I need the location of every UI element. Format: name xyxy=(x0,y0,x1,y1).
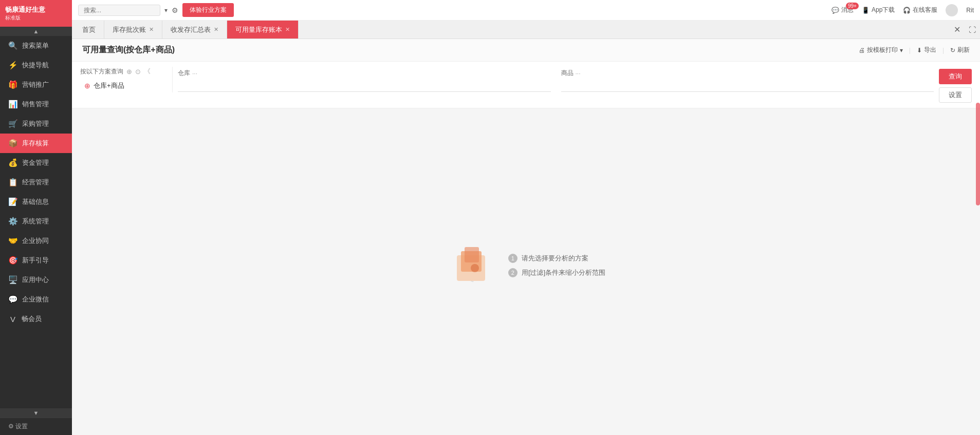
sidebar-label-6: 资金管理 xyxy=(22,158,49,167)
page-header-actions: 🖨 按模板打印 ▾ | ⬇ 导出 | ↻ 刷新 xyxy=(859,46,970,54)
sidebar-item-采购管理[interactable]: 🛒采购管理 xyxy=(0,114,72,134)
sidebar-label-4: 采购管理 xyxy=(22,119,49,128)
tab-close-icon-2[interactable]: ✕ xyxy=(214,26,218,33)
filter-field-商品: 商品 ··· xyxy=(561,69,934,92)
sidebar-label-3: 销售管理 xyxy=(22,100,49,109)
app-download-area[interactable]: 📱 App下载 xyxy=(862,6,895,14)
sidebar-item-销售管理[interactable]: 📊销售管理 xyxy=(0,94,72,114)
trial-button[interactable]: 体验行业方案 xyxy=(182,3,234,17)
sidebar-label-14: 畅会员 xyxy=(22,314,42,324)
tip-num-1: 1 xyxy=(508,254,517,263)
filter-input-仓库[interactable] xyxy=(178,80,551,92)
sidebar-icon-1: ⚡ xyxy=(8,61,18,70)
topbar-dropdown-icon[interactable]: ▾ xyxy=(164,7,168,14)
notification-area[interactable]: 💬 消息 99+ xyxy=(831,6,854,14)
app-name: 畅康通好生意 xyxy=(5,6,45,14)
sidebar-footer[interactable]: ⚙ 设置 xyxy=(0,418,72,435)
sidebar-scroll-up[interactable]: ▲ xyxy=(0,27,72,36)
filter-field-仓库: 仓库 ··· xyxy=(178,69,551,92)
scheme-icon: ⊕ xyxy=(84,82,90,90)
topbar-search-input[interactable] xyxy=(78,5,160,16)
sidebar-label-12: 应用中心 xyxy=(22,275,49,285)
tab-label-2: 收发存汇总表 xyxy=(171,25,211,34)
add-scheme-icon[interactable]: ⊕ xyxy=(126,68,132,75)
sidebar-item-搜索菜单[interactable]: 🔍搜索菜单 xyxy=(0,36,72,55)
collapse-icon[interactable]: 《 xyxy=(144,67,151,76)
online-service-area[interactable]: 🎧 在线客服 xyxy=(903,6,937,14)
page-content: 可用量查询(按仓库+商品) 🖨 按模板打印 ▾ | ⬇ 导出 | ↻ 刷新 xyxy=(72,39,980,435)
sidebar-icon-11: 🎯 xyxy=(8,256,18,265)
app-edition: 标准版 xyxy=(5,14,45,21)
tab-首页[interactable]: 首页 xyxy=(72,21,104,39)
svg-rect-2 xyxy=(465,247,479,262)
sidebar-icon-5: 📦 xyxy=(8,139,18,148)
empty-state: ~ 1 请先选择要分析的方案 2 用[过滤]条件来缩小分析范围 xyxy=(72,108,980,422)
tip-2-text: 用[过滤]条件来缩小分析范围 xyxy=(522,268,605,277)
print-template-action[interactable]: 🖨 按模板打印 ▾ xyxy=(859,46,903,54)
tab-close-icon-3[interactable]: ✕ xyxy=(285,26,290,33)
tab-expand-button[interactable]: ⛶ xyxy=(969,26,976,34)
app-download-label: App下载 xyxy=(872,6,895,14)
sidebar-icon-9: ⚙️ xyxy=(8,217,18,226)
tab-close-icon-1[interactable]: ✕ xyxy=(149,26,154,33)
sidebar-icon-2: 🎁 xyxy=(8,80,18,89)
sidebar-icon-7: 📋 xyxy=(8,178,18,187)
refresh-action[interactable]: ↻ 刷新 xyxy=(950,46,970,54)
sidebar-item-基础信息[interactable]: 📝基础信息 xyxy=(0,192,72,212)
settings-scheme-icon[interactable]: ⊙ xyxy=(135,68,141,75)
sidebar-label-11: 新手引导 xyxy=(22,256,49,265)
sidebar-item-经营管理[interactable]: 📋经营管理 xyxy=(0,173,72,192)
headset-icon: 🎧 xyxy=(903,7,911,14)
print-icon: 🖨 xyxy=(859,47,865,54)
user-name[interactable]: Rit xyxy=(966,7,974,14)
page-header: 可用量查询(按仓库+商品) 🖨 按模板打印 ▾ | ⬇ 导出 | ↻ 刷新 xyxy=(72,39,980,62)
filter-actions-right: 查询 设置 xyxy=(939,67,972,103)
scheme-item-label: 仓库+商品 xyxy=(94,81,124,90)
sidebar-scroll-down[interactable]: ▼ xyxy=(0,408,72,418)
online-service-label: 在线客服 xyxy=(913,6,937,14)
sidebar-item-资金管理[interactable]: 💰资金管理 xyxy=(0,153,72,173)
tab-收发存汇总表[interactable]: 收发存汇总表✕ xyxy=(162,21,227,39)
tab-库存批次账[interactable]: 库存批次账✕ xyxy=(104,21,162,39)
sidebar-label-2: 营销推广 xyxy=(22,80,49,89)
sidebar-menu: 🔍搜索菜单⚡快捷导航🎁营销推广📊销售管理🛒采购管理📦库存核算💰资金管理📋经营管理… xyxy=(0,36,72,408)
empty-illustration: ~ xyxy=(447,240,498,291)
sidebar-item-企业微信[interactable]: 💬企业微信 xyxy=(0,290,72,309)
settings-button[interactable]: 设置 xyxy=(939,87,972,103)
empty-tip-1: 1 请先选择要分析的方案 xyxy=(508,254,605,263)
sidebar-label-7: 经营管理 xyxy=(22,178,49,187)
sidebar-icon-0: 🔍 xyxy=(8,41,18,50)
sidebar-item-应用中心[interactable]: 🖥️应用中心 xyxy=(0,270,72,290)
filter-field-label-1: 商品 ··· xyxy=(561,69,934,78)
filter-input-商品[interactable] xyxy=(561,80,934,92)
tab-label-3: 可用量库存账本 xyxy=(235,25,282,34)
sidebar-icon-13: 💬 xyxy=(8,295,18,304)
avatar xyxy=(946,4,958,16)
svg-point-3 xyxy=(471,264,479,272)
app-logo: 畅康通好生意 标准版 xyxy=(0,0,72,27)
topbar-gear-icon[interactable]: ⚙ xyxy=(172,6,178,14)
filter-area: 按以下方案查询 ⊕ ⊙ 《 ⊕ 仓库+商品 仓库 ··· 商品 ··· xyxy=(72,62,980,108)
filter-scheme-item[interactable]: ⊕ 仓库+商品 xyxy=(80,79,167,92)
sidebar-item-企业协同[interactable]: 🤝企业协同 xyxy=(0,231,72,251)
sidebar-item-营销推广[interactable]: 🎁营销推广 xyxy=(0,75,72,94)
sidebar-item-系统管理[interactable]: ⚙️系统管理 xyxy=(0,212,72,231)
export-action[interactable]: ⬇ 导出 xyxy=(917,46,936,54)
right-scrollbar[interactable] xyxy=(976,103,980,205)
field-more-icon-0[interactable]: ··· xyxy=(192,70,197,77)
sidebar-item-新手引导[interactable]: 🎯新手引导 xyxy=(0,251,72,270)
tab-actions: ✕ ⛶ xyxy=(950,25,980,34)
tab-label-1: 库存批次账 xyxy=(113,25,146,34)
phone-icon: 📱 xyxy=(862,7,870,14)
query-button[interactable]: 查询 xyxy=(939,69,972,84)
sidebar-item-库存核算[interactable]: 📦库存核算 xyxy=(0,134,72,153)
field-more-icon-1[interactable]: ··· xyxy=(576,70,581,77)
tab-可用量库存账本[interactable]: 可用量库存账本✕ xyxy=(227,21,299,39)
tab-close-button[interactable]: ✕ xyxy=(950,25,965,34)
sidebar-item-快捷导航[interactable]: ⚡快捷导航 xyxy=(0,55,72,75)
print-dropdown-icon[interactable]: ▾ xyxy=(900,47,903,54)
sidebar-item-畅会员[interactable]: V畅会员 xyxy=(0,309,72,329)
sidebar-label-5: 库存核算 xyxy=(22,139,49,148)
refresh-label: 刷新 xyxy=(957,46,970,54)
page-title: 可用量查询(按仓库+商品) xyxy=(82,45,175,55)
